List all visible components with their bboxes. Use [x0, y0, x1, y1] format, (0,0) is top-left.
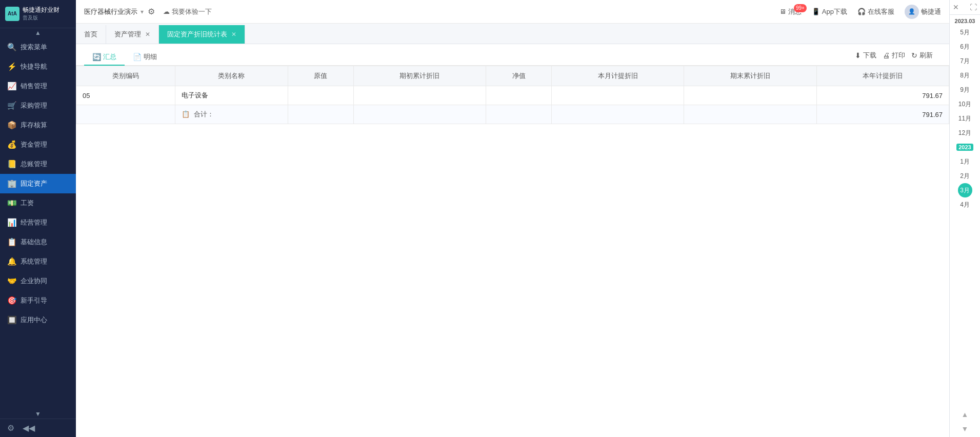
- cell-name: 电子设备: [175, 86, 288, 105]
- sidebar-item-label: 总账管理: [21, 160, 47, 169]
- month-2[interactable]: 2月: [950, 169, 980, 183]
- sidebar: AtA 畅捷通好业财 普及版 ▲ 🔍 搜索菜单 ⚡ 快捷导航 📈 销售管理 🛒 …: [0, 0, 76, 437]
- logo-icon: AtA: [5, 7, 19, 21]
- quicknav-icon: ⚡: [7, 62, 16, 71]
- message-btn[interactable]: 🖥 消息 99+: [779, 7, 802, 16]
- sidebar-item-label: 基础信息: [21, 237, 47, 247]
- month-7[interactable]: 7月: [950, 54, 980, 68]
- main-area: 医疗器械行业演示 ▾ ⚙ ☁ 我要体验一下 🖥 消息 99+ 📱 App下载 🎧…: [76, 0, 949, 437]
- service-icon: 🎧: [857, 8, 866, 15]
- sidebar-item-ops[interactable]: 📊 经营管理: [0, 213, 76, 232]
- col-code: 类别编码: [76, 66, 175, 86]
- total-net: [486, 105, 552, 124]
- sidebar-item-ledger[interactable]: 📒 总账管理: [0, 154, 76, 174]
- user-menu[interactable]: 👤 畅捷通: [905, 5, 941, 19]
- tab-asset[interactable]: 资产管理 ✕: [106, 25, 159, 44]
- refresh-btn[interactable]: ↻ 刷新: [911, 51, 933, 60]
- col-year-dep: 本年计提折旧: [816, 66, 949, 86]
- system-icon: 🔔: [7, 257, 16, 266]
- experience-btn[interactable]: ☁ 我要体验一下: [163, 7, 212, 16]
- month-4[interactable]: 4月: [950, 197, 980, 212]
- tab-depreciation-label: 固定资产折旧统计表: [167, 30, 227, 39]
- sidebar-nav: 🔍 搜索菜单 ⚡ 快捷导航 📈 销售管理 🛒 采购管理 📦 库存核算 💰 资金管…: [0, 37, 76, 409]
- panel-month-list: 5月 6月 7月 8月 9月 10月 11月 12月 2023 1月 2月 3月…: [950, 25, 980, 406]
- cell-month-dep: [551, 86, 684, 105]
- print-label: 打印: [892, 51, 905, 60]
- month-9[interactable]: 9月: [950, 83, 980, 97]
- panel-nav-up[interactable]: ▲: [959, 408, 971, 421]
- month-5[interactable]: 5月: [950, 25, 980, 39]
- sidebar-bottom: ⚙ ◀◀: [0, 419, 76, 437]
- chevron-down-icon: ▾: [141, 8, 144, 15]
- sidebar-item-appcenter[interactable]: 🔲 应用中心: [0, 310, 76, 330]
- subtab-summary-label: 汇总: [103, 52, 116, 62]
- download-btn[interactable]: ⬇ 下载: [855, 51, 876, 60]
- sidebar-item-system[interactable]: 🔔 系统管理: [0, 252, 76, 271]
- app-download-btn[interactable]: 📱 App下载: [812, 7, 847, 16]
- month-1[interactable]: 1月: [950, 154, 980, 169]
- company-name: 医疗器械行业演示: [84, 7, 137, 16]
- app-label: App下载: [822, 7, 847, 16]
- total-year-dep: 791.67: [816, 105, 949, 124]
- sidebar-item-baseinfo[interactable]: 📋 基础信息: [0, 232, 76, 252]
- sidebar-item-finance[interactable]: 💰 资金管理: [0, 135, 76, 154]
- inventory-icon: 📦: [7, 121, 16, 130]
- toolbar: ⬇ 下载 🖨 打印 ↻ 刷新: [847, 51, 941, 64]
- ops-icon: 📊: [7, 218, 16, 227]
- month-11[interactable]: 11月: [950, 111, 980, 126]
- panel-nav-down[interactable]: ▼: [959, 423, 971, 435]
- sidebar-item-label: 经营管理: [21, 218, 47, 227]
- month-12[interactable]: 12月: [950, 126, 980, 140]
- tab-asset-close-icon[interactable]: ✕: [145, 31, 150, 38]
- baseinfo-icon: 📋: [7, 237, 16, 247]
- sidebar-item-guide[interactable]: 🎯 新手引导: [0, 291, 76, 310]
- logo-sub: 普及版: [23, 14, 59, 22]
- sidebar-item-search[interactable]: 🔍 搜索菜单: [0, 37, 76, 57]
- sidebar-scroll-up[interactable]: ▲: [35, 29, 41, 36]
- download-icon: ⬇: [855, 51, 861, 59]
- sidebar-item-collab[interactable]: 🤝 企业协同: [0, 271, 76, 291]
- depreciation-table: 类别编码 类别名称 原值 期初累计折旧 净值 本月计提折旧 期末累计折旧 本年计…: [76, 66, 949, 124]
- table-total-row: 📋 合计： 791.67: [76, 105, 949, 124]
- message-icon: 🖥: [779, 8, 786, 15]
- refresh-icon: ↻: [911, 51, 917, 59]
- settings-bottom-icon[interactable]: ⚙: [7, 423, 14, 433]
- col-original: 原值: [288, 66, 353, 86]
- tab-depreciation-close-icon[interactable]: ✕: [231, 31, 236, 38]
- cell-begin-accum: [353, 86, 486, 105]
- subtab-summary[interactable]: 🔄 汇总: [84, 49, 125, 66]
- sidebar-scroll-down[interactable]: ▼: [35, 410, 41, 418]
- total-original: [288, 105, 353, 124]
- col-begin-accum: 期初累计折旧: [353, 66, 486, 86]
- collapse-icon[interactable]: ◀◀: [23, 423, 35, 433]
- panel-expand-icon[interactable]: ⛶: [970, 3, 977, 11]
- month-6[interactable]: 6月: [950, 39, 980, 54]
- sidebar-item-payroll[interactable]: 💵 工资: [0, 193, 76, 213]
- panel-close-icon[interactable]: ✕: [953, 3, 959, 11]
- tab-home-label: 首页: [84, 30, 97, 39]
- company-selector[interactable]: 医疗器械行业演示 ▾: [84, 7, 144, 16]
- topbar: 医疗器械行业演示 ▾ ⚙ ☁ 我要体验一下 🖥 消息 99+ 📱 App下载 🎧…: [76, 0, 949, 24]
- sidebar-item-inventory[interactable]: 📦 库存核算: [0, 115, 76, 135]
- tab-home[interactable]: 首页: [76, 25, 106, 44]
- page-content: 🔄 汇总 📄 明细 ⬇ 下载 🖨 打印 ↻ 刷新: [76, 44, 949, 437]
- cell-end-accum: [684, 86, 816, 105]
- year-2023-label: 2023: [950, 140, 980, 154]
- sidebar-item-fixedasset[interactable]: 🏢 固定资产: [0, 174, 76, 193]
- sidebar-item-label: 工资: [21, 198, 34, 208]
- month-10[interactable]: 10月: [950, 97, 980, 111]
- sidebar-item-label: 搜索菜单: [21, 43, 47, 52]
- subtab-detail[interactable]: 📄 明细: [125, 49, 165, 66]
- cell-original: [288, 86, 353, 105]
- month-3-wrapper: 3月: [950, 183, 980, 197]
- month-8[interactable]: 8月: [950, 68, 980, 83]
- sidebar-item-purchase[interactable]: 🛒 采购管理: [0, 96, 76, 115]
- month-3[interactable]: 3月: [958, 183, 972, 197]
- col-month-dep: 本月计提折旧: [551, 66, 684, 86]
- sidebar-item-sales[interactable]: 📈 销售管理: [0, 76, 76, 96]
- sidebar-item-quicknav[interactable]: ⚡ 快捷导航: [0, 57, 76, 76]
- service-btn[interactable]: 🎧 在线客服: [857, 7, 894, 16]
- topbar-settings-icon[interactable]: ⚙: [148, 7, 155, 16]
- print-btn[interactable]: 🖨 打印: [883, 51, 905, 60]
- tab-depreciation[interactable]: 固定资产折旧统计表 ✕: [159, 25, 245, 44]
